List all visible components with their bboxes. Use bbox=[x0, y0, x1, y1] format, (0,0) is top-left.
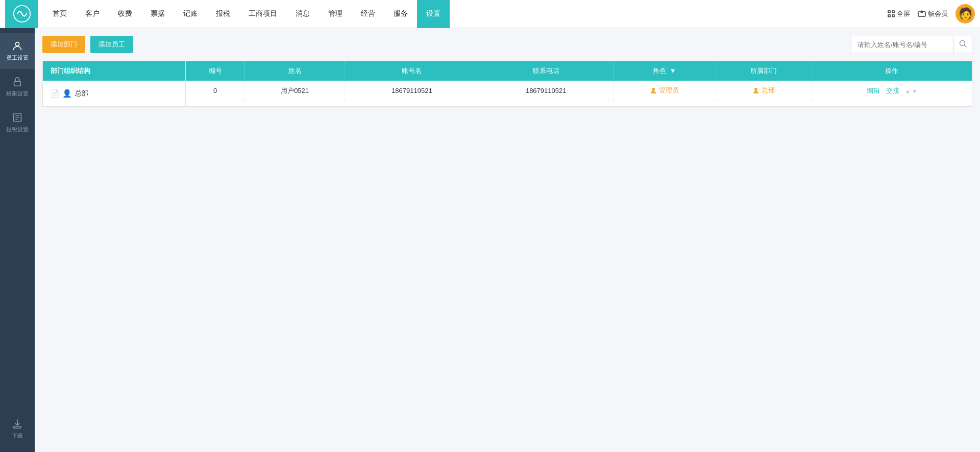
dept-item-root[interactable]: 📄 👤 总部 bbox=[48, 86, 180, 101]
role-user-icon bbox=[650, 87, 657, 94]
cell-dept: 总部 bbox=[716, 81, 812, 101]
top-navigation: 首页 客户 收费 票据 记账 报税 工商项目 消息 管理 经营 服务 设置 全屏 bbox=[0, 0, 980, 28]
table-row: 0 用户0521 18679110521 18679110521 bbox=[186, 81, 972, 101]
nav-customer[interactable]: 客户 bbox=[76, 0, 109, 28]
nav-settings[interactable]: 设置 bbox=[417, 0, 450, 28]
col-phone: 联系电话 bbox=[479, 61, 613, 81]
avatar-icon: 🧑 bbox=[959, 7, 972, 20]
main-layout: 员工设置 权限设置 报税设置 下载 bbox=[0, 28, 980, 452]
cell-phone: 18679110521 bbox=[479, 81, 613, 101]
svg-rect-3 bbox=[888, 15, 890, 17]
col-role: 角色 ▼ bbox=[613, 61, 716, 81]
dept-file-icon: 📄 bbox=[51, 89, 59, 98]
col-account: 账号名 bbox=[345, 61, 479, 81]
add-emp-button[interactable]: 添加员工 bbox=[90, 36, 133, 53]
nav-fee[interactable]: 收费 bbox=[109, 0, 141, 28]
scroll-up-btn[interactable]: ▲ bbox=[905, 88, 910, 94]
nav-menu: 首页 客户 收费 票据 记账 报税 工商项目 消息 管理 经营 服务 设置 bbox=[43, 0, 888, 28]
cell-account: 18679110521 bbox=[345, 81, 479, 101]
svg-line-15 bbox=[965, 45, 967, 47]
svg-rect-8 bbox=[14, 81, 21, 86]
download-icon bbox=[12, 418, 23, 430]
dept-tree: 部门组织结构 📄 👤 总部 bbox=[43, 61, 186, 106]
transfer-link[interactable]: 交接 bbox=[886, 87, 899, 94]
add-dept-button[interactable]: 添加部门 bbox=[42, 36, 85, 53]
nav-service[interactable]: 服务 bbox=[384, 0, 417, 28]
tax-icon bbox=[12, 112, 23, 123]
svg-rect-5 bbox=[918, 12, 925, 16]
nav-tax[interactable]: 报税 bbox=[207, 0, 239, 28]
vip-icon bbox=[918, 10, 926, 17]
emp-data-table: 编号 姓名 账号名 联系电话 角色 ▼ 所属部门 操作 bbox=[186, 61, 972, 101]
vip-btn[interactable]: 畅会员 bbox=[918, 9, 948, 18]
employee-table: 编号 姓名 账号名 联系电话 角色 ▼ 所属部门 操作 bbox=[186, 61, 972, 106]
svg-rect-1 bbox=[888, 11, 890, 13]
dept-tree-body: 📄 👤 总部 bbox=[43, 81, 185, 106]
vip-label: 畅会员 bbox=[928, 9, 948, 18]
svg-point-17 bbox=[754, 88, 757, 91]
cell-action: 编辑 交接 ▲ ▼ bbox=[812, 81, 972, 101]
main-panel: 部门组织结构 📄 👤 总部 编号 姓名 账号名 bbox=[42, 61, 972, 107]
app-logo bbox=[5, 0, 38, 28]
sidebar-bottom-area: 下载 bbox=[0, 411, 35, 452]
role-filter-icon[interactable]: ▼ bbox=[670, 67, 676, 75]
table-header-row: 编号 姓名 账号名 联系电话 角色 ▼ 所属部门 操作 bbox=[186, 61, 972, 81]
svg-rect-2 bbox=[892, 11, 894, 13]
dept-label: 总部 bbox=[762, 86, 775, 95]
cell-name: 用户0521 bbox=[245, 81, 345, 101]
dept-badge: 总部 bbox=[752, 86, 775, 95]
sidebar-permission-label: 权限设置 bbox=[6, 90, 29, 98]
sidebar: 员工设置 权限设置 报税设置 下载 bbox=[0, 28, 35, 452]
fullscreen-icon bbox=[888, 10, 895, 17]
col-dept: 所属部门 bbox=[716, 61, 812, 81]
search-box bbox=[851, 36, 972, 53]
table-body: 0 用户0521 18679110521 18679110521 bbox=[186, 81, 972, 101]
cell-no: 0 bbox=[186, 81, 245, 101]
scroll-down-btn[interactable]: ▼ bbox=[912, 88, 917, 94]
nav-business[interactable]: 工商项目 bbox=[239, 0, 286, 28]
search-icon bbox=[959, 40, 967, 47]
dept-user-badge-icon bbox=[752, 87, 760, 94]
toolbar: 添加部门 添加员工 bbox=[42, 36, 972, 53]
fullscreen-btn[interactable]: 全屏 bbox=[888, 9, 910, 18]
nav-manage[interactable]: 管理 bbox=[319, 0, 352, 28]
dept-item-label: 总部 bbox=[75, 89, 88, 98]
sidebar-item-permission[interactable]: 权限设置 bbox=[0, 69, 35, 105]
search-button[interactable] bbox=[953, 36, 972, 53]
col-action: 操作 bbox=[812, 61, 972, 81]
scroll-ctrl: ▲ ▼ bbox=[905, 87, 917, 94]
svg-point-7 bbox=[15, 42, 19, 46]
svg-rect-4 bbox=[892, 15, 894, 17]
sidebar-tax-label: 报税设置 bbox=[6, 126, 29, 133]
search-input[interactable] bbox=[851, 37, 953, 52]
dept-user-icon: 👤 bbox=[62, 89, 72, 98]
svg-rect-13 bbox=[14, 426, 21, 429]
dept-tree-header: 部门组织结构 bbox=[43, 61, 185, 81]
cell-role: 管理员 bbox=[613, 81, 716, 101]
nav-operation[interactable]: 经营 bbox=[352, 0, 384, 28]
user-avatar[interactable]: 🧑 bbox=[955, 4, 975, 23]
sidebar-download[interactable]: 下载 bbox=[0, 411, 35, 447]
employee-icon bbox=[12, 40, 23, 52]
sidebar-employee-label: 员工设置 bbox=[6, 54, 29, 62]
fullscreen-label: 全屏 bbox=[897, 9, 910, 18]
col-name: 姓名 bbox=[245, 61, 345, 81]
content-area: 添加部门 添加员工 部门组织结构 📄 👤 bbox=[35, 28, 980, 452]
nav-home[interactable]: 首页 bbox=[43, 0, 76, 28]
sidebar-item-employee[interactable]: 员工设置 bbox=[0, 33, 35, 69]
sidebar-item-tax-setting[interactable]: 报税设置 bbox=[0, 105, 35, 140]
edit-link[interactable]: 编辑 bbox=[867, 87, 880, 94]
sidebar-download-label: 下载 bbox=[12, 432, 23, 440]
role-badge: 管理员 bbox=[650, 86, 679, 95]
col-no: 编号 bbox=[186, 61, 245, 81]
svg-point-16 bbox=[652, 88, 655, 91]
role-label: 管理员 bbox=[659, 86, 679, 95]
lock-icon bbox=[12, 76, 23, 87]
nav-message[interactable]: 消息 bbox=[286, 0, 319, 28]
nav-accounting[interactable]: 记账 bbox=[174, 0, 207, 28]
nav-invoice[interactable]: 票据 bbox=[141, 0, 174, 28]
nav-right-area: 全屏 畅会员 🧑 bbox=[888, 4, 975, 23]
